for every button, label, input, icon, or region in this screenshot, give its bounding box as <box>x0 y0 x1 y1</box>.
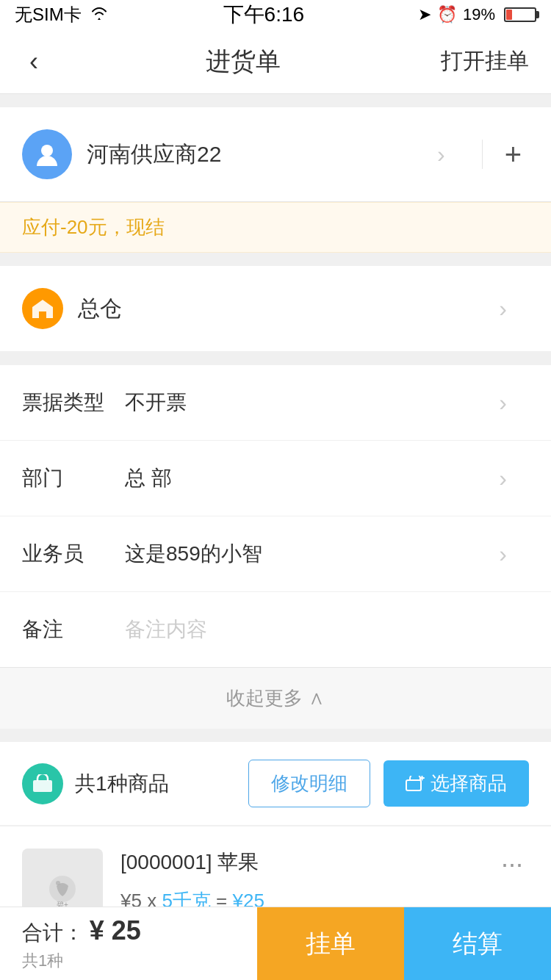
product-icon <box>22 763 63 804</box>
dept-label: 部门 <box>22 464 125 492</box>
invoice-chevron-icon: › <box>499 389 507 417</box>
modify-detail-button[interactable]: 修改明细 <box>248 760 370 807</box>
product-info: [0000001] 苹果 ¥5 x 5千克 = ¥25 <box>120 849 478 914</box>
invoice-value: 不开票 <box>125 389 499 417</box>
dept-row[interactable]: 部门 总 部 › <box>0 440 551 516</box>
supplier-row[interactable]: 河南供应商22 › + <box>0 107 551 202</box>
product-more-button[interactable]: ··· <box>495 849 529 879</box>
sales-label: 业务员 <box>22 540 125 568</box>
supplier-notice: 应付-20元，现结 <box>0 202 551 253</box>
status-left: 无SIM卡 <box>15 3 109 26</box>
warehouse-icon <box>22 288 63 329</box>
add-supplier-button[interactable]: + <box>497 138 529 171</box>
nav-bar: ‹ 进货单 打开挂单 <box>0 29 551 94</box>
warehouse-section: 总仓 › <box>0 266 551 351</box>
svg-rect-2 <box>33 780 52 792</box>
select-product-button[interactable]: 选择商品 <box>383 760 529 807</box>
total-section: 合计： ¥ 25 共1种 <box>0 915 257 972</box>
svg-point-0 <box>41 145 53 156</box>
sales-row[interactable]: 业务员 这是859的小智 › <box>0 516 551 591</box>
hang-order-button[interactable]: 挂单 <box>257 907 404 981</box>
carrier-label: 无SIM卡 <box>15 3 82 26</box>
alarm-icon: ⏰ <box>437 5 457 24</box>
back-button[interactable]: ‹ <box>22 39 46 84</box>
collapse-bar[interactable]: 收起更多 ∧ <box>0 667 551 729</box>
remark-label: 备注 <box>22 616 125 644</box>
select-product-label: 选择商品 <box>431 771 507 796</box>
total-amount: ¥ 25 <box>90 915 141 945</box>
dept-value: 总 部 <box>125 464 499 492</box>
warehouse-name: 总仓 <box>78 294 499 324</box>
warehouse-chevron-icon: › <box>499 295 507 323</box>
product-code: [0000001] <box>120 851 212 873</box>
wifi-icon <box>89 4 109 25</box>
battery-percent: 19% <box>463 5 495 24</box>
supplier-chevron-icon: › <box>437 141 445 168</box>
supplier-section: 河南供应商22 › + 应付-20元，现结 <box>0 107 551 253</box>
status-time: 下午6:16 <box>223 1 305 29</box>
supplier-avatar <box>22 129 72 179</box>
product-count-label: 共1种商品 <box>75 770 248 798</box>
svg-point-7 <box>56 881 60 885</box>
sales-value: 这是859的小智 <box>125 540 499 568</box>
sales-chevron-icon: › <box>499 541 507 568</box>
battery-icon <box>504 7 536 22</box>
invoice-row[interactable]: 票据类型 不开票 › <box>0 364 551 440</box>
svg-rect-3 <box>406 780 421 790</box>
total-sub: 共1种 <box>22 950 235 972</box>
dept-chevron-icon: › <box>499 465 507 492</box>
supplier-name: 河南供应商22 <box>87 140 437 170</box>
svg-rect-1 <box>39 311 46 318</box>
remark-row[interactable]: 备注 备注内容 <box>0 591 551 667</box>
total-main: 合计： ¥ 25 <box>22 915 235 947</box>
bottom-bar: 合计： ¥ 25 共1种 挂单 结算 <box>0 907 551 980</box>
remark-input[interactable]: 备注内容 <box>125 616 529 644</box>
form-section: 票据类型 不开票 › 部门 总 部 › 业务员 这是859的小智 › 备注 备注… <box>0 364 551 729</box>
status-bar: 无SIM卡 下午6:16 ➤ ⏰ 19% <box>0 0 551 29</box>
product-name: [0000001] 苹果 <box>120 849 478 876</box>
invoice-label: 票据类型 <box>22 389 125 417</box>
supplier-divider <box>482 140 483 169</box>
product-header: 共1种商品 修改明细 选择商品 <box>0 742 551 826</box>
location-icon: ➤ <box>418 5 431 24</box>
open-hang-button[interactable]: 打开挂单 <box>441 46 529 76</box>
checkout-button[interactable]: 结算 <box>404 907 551 981</box>
warehouse-row[interactable]: 总仓 › <box>0 266 551 351</box>
page-title: 进货单 <box>206 45 281 79</box>
total-label: 合计： <box>22 921 84 944</box>
status-right: ➤ ⏰ 19% <box>418 5 536 24</box>
